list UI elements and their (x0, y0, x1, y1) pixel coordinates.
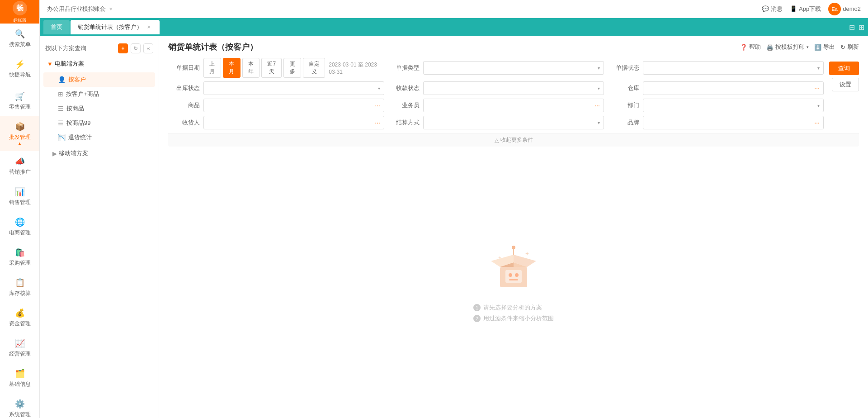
tree-item-by-product-label: 按商品 (66, 104, 84, 113)
add-scheme-btn[interactable]: + (118, 43, 128, 53)
date-btn-last-7-days[interactable]: 近7天 (261, 58, 282, 78)
product-dots: ··· (375, 102, 380, 109)
right-content: 销货单统计表（按客户） ❓ 帮助 🖨️ 按模板打印 ▾ ⬇️ 导出 (159, 36, 868, 418)
brand-select[interactable]: ··· (643, 116, 824, 129)
date-btn-this-month[interactable]: 本月 (223, 58, 241, 78)
by-customer-product-icon: ⊞ (58, 90, 63, 98)
date-label: 单据日期 (168, 64, 200, 72)
receive-status-select[interactable]: ▾ (423, 81, 604, 95)
messages-btn[interactable]: 💬 消息 (762, 5, 783, 13)
sidebar-item-basic[interactable]: 🗂️ 基础信息 (0, 363, 40, 394)
tree-item-by-customer[interactable]: 👤 按客户 (43, 72, 155, 87)
export-icon: ⬇️ (814, 44, 821, 51)
date-btn-last-month[interactable]: 上月 (203, 58, 221, 78)
logo-icon: 畅 (12, 0, 28, 16)
salesman-dots: ··· (594, 102, 600, 109)
print-icon: 🖨️ (766, 44, 774, 51)
by-customer-icon: 👤 (58, 76, 66, 83)
type-select[interactable]: ▾ (423, 61, 604, 75)
left-panel: 按以下方案查询 + ↻ « ▼ 电脑端方案 👤 按客户 (40, 36, 159, 418)
sidebar-item-label-system: 系统管理 (9, 411, 31, 418)
sidebar-item-system[interactable]: ⚙️ 系统管理 (0, 394, 40, 418)
date-btn-this-year[interactable]: 本年 (242, 58, 260, 78)
date-controls: 上月 本月 本年 近7天 更多 自定义 2023-03-01 至 2023-03… (203, 58, 384, 78)
receive-status-arrow: ▾ (598, 86, 600, 91)
settings-button[interactable]: 设置 (832, 78, 859, 91)
collapse-up-icon: △ (495, 137, 499, 143)
collapse-button[interactable]: △ 收起更多条件 (495, 136, 533, 144)
sidebar-item-inventory[interactable]: 📋 库存核算 (0, 272, 40, 303)
sidebar-item-retail[interactable]: 🛒 零售管理 (0, 86, 40, 116)
tree-group-desktop[interactable]: ▼ 电脑端方案 (43, 57, 155, 71)
tab-close-btn[interactable]: × (145, 24, 152, 31)
out-status-arrow: ▾ (378, 86, 380, 91)
tab-home[interactable]: 首页 (43, 20, 70, 34)
sidebar-item-search[interactable]: 🔍 搜索菜单 (0, 24, 40, 54)
tab-maximize-btn[interactable]: ⊞ (859, 23, 864, 32)
svg-point-9 (515, 273, 519, 277)
product-select[interactable]: ··· (203, 99, 384, 112)
receiver-select[interactable]: ··· (203, 116, 384, 129)
template-print-btn[interactable]: 🖨️ 按模板打印 ▾ (766, 43, 809, 51)
filter-row-3: 商品 ··· 业务员 ··· 部门 ▾ (168, 99, 824, 112)
warehouse-select[interactable]: ··· (643, 81, 824, 95)
status-select[interactable]: ▾ (643, 61, 824, 75)
template-print-label: 按模板打印 (775, 43, 805, 51)
sidebar-item-label-operations: 经营管理 (9, 350, 31, 358)
salesman-select[interactable]: ··· (423, 99, 604, 112)
sidebar-item-sales[interactable]: 📊 销售管理 (0, 181, 40, 212)
tree-group-mobile-arrow: ▶ (52, 150, 57, 157)
basic-icon: 🗂️ (15, 369, 25, 379)
sidebar-item-operations[interactable]: 📈 经营管理 (0, 333, 40, 363)
wholesale-arrow: ▲ (18, 141, 22, 146)
receiver-label: 收货人 (168, 119, 200, 127)
sidebar-item-label-ecommerce: 电商管理 (9, 229, 31, 237)
tab-sales-stats[interactable]: 销货单统计表（按客户） × (71, 20, 160, 34)
collapse-panel-btn[interactable]: « (143, 43, 153, 53)
receive-status-label: 收款状态 (388, 84, 420, 92)
user-menu[interactable]: Ea demo2 (828, 3, 861, 15)
app-download-btn[interactable]: 📱 App下载 (790, 5, 821, 13)
page-content: 按以下方案查询 + ↻ « ▼ 电脑端方案 👤 按客户 (40, 36, 868, 418)
message-icon: 💬 (762, 5, 769, 12)
filter-buttons-wrapper: 单据日期 上月 本月 本年 近7天 更多 自定义 2023-03-01 至 20… (159, 56, 868, 133)
tree-items-desktop: 👤 按客户 ⊞ 按客户+商品 ☰ 按商品 ☰ 按商品99 (43, 71, 155, 147)
refresh-scheme-btn[interactable]: ↻ (131, 43, 141, 53)
sidebar-item-purchase[interactable]: 🛍️ 采购管理 (0, 242, 40, 272)
svg-rect-10 (509, 279, 518, 280)
department-select[interactable]: ▾ (643, 99, 824, 112)
breadcrumb-arrow: ▾ (109, 5, 113, 12)
sidebar-item-marketing[interactable]: 📣 营销推广 (0, 151, 40, 181)
sidebar-item-ecommerce[interactable]: 🌐 电商管理 (0, 212, 40, 242)
settlement-select[interactable]: ▾ (423, 116, 604, 129)
sidebar-item-quick[interactable]: ⚡ 快捷导航 (0, 54, 40, 84)
tree-item-by-product99-label: 按商品99 (66, 119, 90, 127)
date-btn-custom[interactable]: 自定义 (303, 58, 325, 78)
refresh-btn[interactable]: ↻ 刷新 (840, 43, 859, 51)
sidebar-item-wholesale[interactable]: 📦 批发管理 ▲ (0, 116, 40, 151)
warehouse-dots: ··· (814, 85, 820, 92)
sidebar-item-finance[interactable]: 💰 资金管理 (0, 303, 40, 333)
tree-section: ▼ 电脑端方案 👤 按客户 ⊞ 按客户+商品 ☰ 按商品 (40, 57, 159, 160)
settlement-arrow: ▾ (598, 120, 600, 125)
top-header: 办公用品行业模拟账套 ▾ 💬 消息 📱 App下载 Ea demo2 (40, 0, 868, 18)
query-button[interactable]: 查询 (829, 62, 859, 75)
tree-item-return-stats[interactable]: 📉 退货统计 (43, 130, 155, 145)
help-btn[interactable]: ❓ 帮助 (740, 43, 761, 51)
salesman-label: 业务员 (388, 101, 420, 109)
hint-1-num: 1 (473, 304, 481, 311)
department-label: 部门 (608, 101, 639, 109)
svg-text:畅: 畅 (16, 4, 24, 12)
export-btn[interactable]: ⬇️ 导出 (814, 43, 835, 51)
tree-item-by-product[interactable]: ☰ 按商品 (43, 101, 155, 116)
tree-item-by-customer-product[interactable]: ⊞ 按客户+商品 (43, 87, 155, 101)
out-status-select[interactable]: ▾ (203, 81, 384, 95)
tree-item-by-product99[interactable]: ☰ 按商品99 (43, 116, 155, 130)
date-btn-more[interactable]: 更多 (283, 58, 301, 78)
tab-minimize-btn[interactable]: ⊟ (849, 23, 855, 32)
logo[interactable]: 畅 标账版 (0, 0, 40, 24)
purchase-icon: 🛍️ (15, 247, 25, 257)
tab-home-label: 首页 (51, 23, 62, 31)
hint-2-num: 2 (473, 315, 481, 322)
tree-group-mobile[interactable]: ▶ 移动端方案 (43, 147, 155, 160)
